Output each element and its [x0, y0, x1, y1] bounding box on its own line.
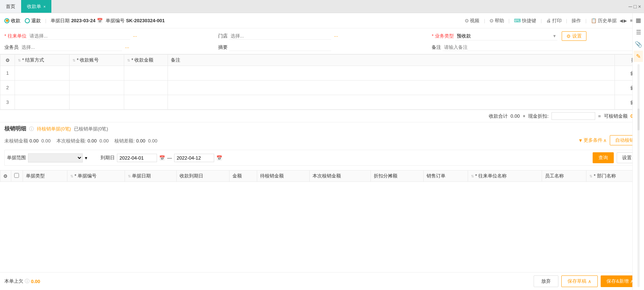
table-gear-icon[interactable]: ⚙ — [5, 58, 10, 63]
window-min-icon[interactable]: ─ — [628, 4, 632, 9]
radio-receive[interactable]: 收款 — [4, 17, 20, 24]
scrollbar-track[interactable] — [637, 64, 640, 287]
this-value-text: 0.00 — [99, 138, 109, 144]
discard-button[interactable]: 放弃 — [534, 275, 558, 287]
tab-close-icon[interactable]: × — [43, 4, 46, 9]
date-calendar-icon[interactable]: 📅 — [97, 18, 103, 23]
help-btn[interactable]: ⊙ 帮助 — [490, 17, 504, 24]
col-checkbox-header[interactable]: ⚙ — [0, 171, 11, 182]
row3-remark[interactable] — [168, 95, 615, 110]
row1-remark[interactable] — [168, 66, 615, 81]
nav-right-icon[interactable]: ▶ — [624, 18, 627, 23]
main-table-wrapper: ⚙ ⇅ * 结算方式 ⇅ * 收款账号 ⇅ * — [0, 54, 644, 110]
salesman-more-icon[interactable]: ··· — [125, 44, 129, 50]
col-checkbox2-header[interactable] — [11, 171, 23, 182]
select-all-checkbox[interactable] — [14, 173, 19, 178]
settings-button[interactable]: ⚙ 设置 — [562, 31, 586, 41]
tab-done[interactable]: 已核销单据(0笔) — [74, 126, 108, 132]
partner-more-icon[interactable]: ··· — [133, 33, 137, 39]
biz-type-dropdown[interactable]: 预收款 ▾ — [455, 32, 557, 40]
row3-amount[interactable] — [124, 95, 168, 110]
row2-account[interactable] — [70, 81, 124, 95]
query-button[interactable]: 查询 — [593, 152, 614, 163]
shortcut-label: 快捷键 — [522, 17, 536, 24]
sidebar-attach-icon[interactable]: 📎 — [633, 39, 644, 50]
table-header-row: ⚙ ⇅ * 结算方式 ⇅ * 收款账号 ⇅ * — [0, 55, 644, 66]
scrollbar-thumb[interactable] — [637, 109, 640, 130]
main-table: ⚙ ⇅ * 结算方式 ⇅ * 收款账号 ⇅ * — [0, 54, 644, 110]
row2-remark[interactable] — [168, 81, 615, 95]
sidebar-edit-icon[interactable]: ✎ — [634, 51, 643, 62]
row1-settle[interactable] — [15, 66, 70, 81]
partner-input[interactable] — [28, 32, 130, 40]
video-btn[interactable]: ⊙ 视频 — [465, 17, 479, 24]
col-remark-header: 备注 — [168, 55, 615, 66]
row1-account[interactable] — [70, 66, 124, 81]
prev-info-icon[interactable]: ⓘ — [25, 278, 30, 285]
radio-return[interactable]: 退款 — [25, 17, 41, 24]
sidebar-table-icon[interactable]: ▦ — [633, 15, 643, 26]
col-settings-icon[interactable]: ⚙ — [3, 173, 8, 179]
date-value[interactable]: 2023-03-24 — [71, 18, 95, 23]
row2-amount[interactable] — [124, 81, 168, 95]
discount-input[interactable] — [551, 112, 595, 120]
filter-btns: 查询 设置 — [593, 152, 637, 163]
query-label: 查询 — [598, 155, 608, 160]
number-value[interactable]: SK-20230324-001 — [126, 18, 165, 23]
sidebar-list-icon[interactable]: ☰ — [634, 27, 643, 38]
bottom-table-wrapper: ⚙ 单据类型 ⇅ * 单据编号 ⇅ 单据日期 — [0, 170, 644, 272]
table-row: 2 🗑 ⊕ — [0, 81, 644, 95]
date-to-calendar-icon[interactable]: 📅 — [216, 155, 222, 161]
store-label: 门店 — [218, 33, 228, 39]
history-btn[interactable]: 📋 历史单据 — [591, 17, 617, 24]
range-select[interactable] — [28, 153, 83, 162]
writeoff-title: 核销明细 ⓘ 待核销单据(0笔) 已核销单据(0笔) — [4, 125, 640, 132]
nav-left-icon[interactable]: ◀ — [620, 18, 623, 23]
salesman-label: 业务员 — [4, 44, 19, 51]
tab-pending[interactable]: 待核销单据(0笔) — [37, 126, 71, 132]
col-settings-header[interactable]: ⚙ — [0, 55, 15, 66]
remark-input[interactable] — [443, 44, 640, 51]
help-label: 帮助 — [495, 17, 504, 24]
row3-settle[interactable] — [15, 95, 70, 110]
window-close-icon[interactable]: × — [638, 4, 641, 9]
remark-label: 备注 — [432, 44, 441, 51]
date-to-input[interactable] — [174, 154, 214, 162]
history-icon: 📋 — [591, 18, 597, 23]
row3-account[interactable] — [70, 95, 124, 110]
save-draft-button[interactable]: 保存草稿 ∧ — [561, 275, 598, 287]
operation-btn[interactable]: 操作 — [572, 17, 581, 24]
store-more-icon[interactable]: ··· — [334, 33, 338, 39]
writeoff-title-text: 核销明细 — [4, 125, 26, 132]
abstract-input[interactable] — [229, 44, 331, 51]
radio-receive-dot — [4, 18, 9, 23]
date-from-calendar-icon[interactable]: 📅 — [159, 155, 165, 161]
print-icon: 🖨 — [546, 18, 551, 23]
tab-receive[interactable]: 收款单 × — [21, 0, 51, 13]
diff-stat: 核销差额: 0.00 0.00 — [114, 138, 157, 144]
print-btn[interactable]: 🖨 打印 — [546, 17, 562, 24]
col-type-header: 单据类型 — [23, 171, 67, 182]
date-from-input[interactable] — [117, 154, 157, 162]
window-max-icon[interactable]: □ — [633, 4, 636, 9]
row2-settle[interactable] — [15, 81, 70, 95]
salesman-input[interactable] — [20, 44, 122, 51]
unchecked-value-text: 0.00 — [42, 138, 51, 144]
filter-icon: ▼ — [578, 138, 583, 143]
date-field: 单据日期 2023-03-24 📅 — [51, 17, 103, 24]
row1-amount[interactable] — [124, 66, 168, 81]
tab-receive-label: 收款单 — [27, 3, 41, 10]
remark-field: 备注 — [432, 44, 640, 51]
range-dropdown-arrow: ▾ — [85, 155, 87, 161]
table-row: 3 🗑 ⊕ — [0, 95, 644, 110]
more-conditions[interactable]: ▼ 更多条件 ∧ — [578, 137, 607, 144]
col-amount-label: 金额 — [232, 173, 242, 179]
writeoff-info-icon[interactable]: ⓘ — [29, 126, 34, 132]
tab-home-label: 首页 — [6, 3, 15, 10]
shortcut-btn[interactable]: ⌨ 快捷键 — [514, 17, 536, 24]
col-due-date-label: 收款到期日 — [180, 173, 203, 179]
help-icon: ⊙ — [490, 18, 494, 23]
store-input[interactable] — [229, 32, 331, 40]
settings-label: 设置 — [572, 33, 582, 39]
tab-home[interactable]: 首页 — [0, 0, 21, 13]
